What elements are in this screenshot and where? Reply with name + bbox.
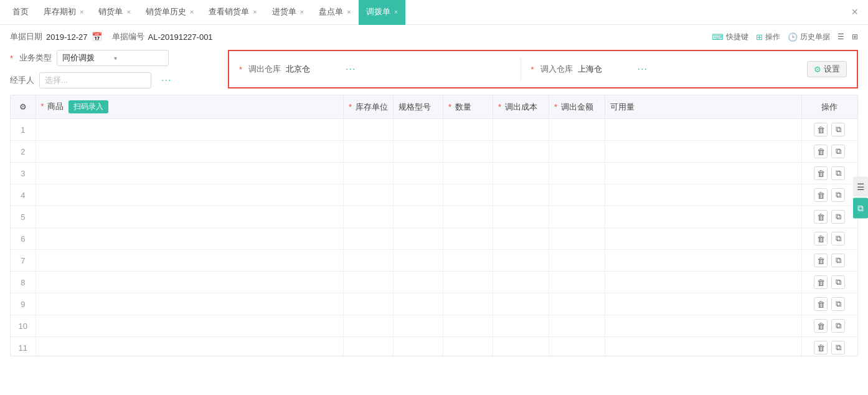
transfer-in-more-btn[interactable]: ··· xyxy=(638,64,648,75)
copy-row-2-btn[interactable]: ⧉ xyxy=(831,145,845,158)
row-cost-7[interactable] xyxy=(493,250,549,272)
copy-row-8-btn[interactable]: ⧉ xyxy=(831,275,845,289)
row-spec-7[interactable] xyxy=(393,250,443,272)
row-quantity-7[interactable] xyxy=(443,250,493,272)
row-product-2[interactable] xyxy=(35,141,343,163)
row-cost-10[interactable] xyxy=(493,315,549,337)
tab-sales-history[interactable]: 销货单历史 × xyxy=(138,0,201,25)
row-available-2[interactable] xyxy=(605,141,801,163)
handler-more-btn[interactable]: ··· xyxy=(161,75,171,86)
row-spec-3[interactable] xyxy=(393,163,443,184)
row-product-7[interactable] xyxy=(35,250,343,272)
row-spec-8[interactable] xyxy=(393,272,443,293)
row-amount-7[interactable] xyxy=(549,250,605,272)
row-available-3[interactable] xyxy=(605,163,801,184)
delete-row-1-btn[interactable]: 🗑 xyxy=(814,123,828,136)
row-available-7[interactable] xyxy=(605,250,801,272)
row-available-1[interactable] xyxy=(605,119,801,141)
row-cost-3[interactable] xyxy=(493,163,549,184)
row-amount-10[interactable] xyxy=(549,315,605,337)
row-product-6[interactable] xyxy=(35,228,343,250)
row-unit-6[interactable] xyxy=(343,228,393,250)
copy-row-9-btn[interactable]: ⧉ xyxy=(831,297,845,311)
row-available-9[interactable] xyxy=(605,293,801,315)
row-unit-4[interactable] xyxy=(343,184,393,206)
row-amount-5[interactable] xyxy=(549,206,605,228)
copy-row-11-btn[interactable]: ⧉ xyxy=(831,341,845,355)
row-product-10[interactable] xyxy=(35,315,343,337)
row-unit-2[interactable] xyxy=(343,141,393,163)
row-unit-8[interactable] xyxy=(343,272,393,293)
row-quantity-9[interactable] xyxy=(443,293,493,315)
row-cost-9[interactable] xyxy=(493,293,549,315)
settings-button[interactable]: ⚙ 设置 xyxy=(807,61,847,77)
row-product-8[interactable] xyxy=(35,272,343,293)
row-available-5[interactable] xyxy=(605,206,801,228)
delete-row-9-btn[interactable]: 🗑 xyxy=(814,297,828,311)
row-quantity-4[interactable] xyxy=(443,184,493,206)
row-product-3[interactable] xyxy=(35,163,343,184)
calendar-icon[interactable]: 📅 xyxy=(92,32,102,42)
tab-view-sales[interactable]: 查看销货单 × xyxy=(201,0,264,25)
row-unit-5[interactable] xyxy=(343,206,393,228)
row-unit-10[interactable] xyxy=(343,315,393,337)
row-amount-6[interactable] xyxy=(549,228,605,250)
table-settings-icon[interactable]: ⚙ xyxy=(19,102,27,112)
row-quantity-2[interactable] xyxy=(443,141,493,163)
row-available-11[interactable] xyxy=(605,337,801,357)
row-available-4[interactable] xyxy=(605,184,801,206)
row-available-10[interactable] xyxy=(605,315,801,337)
row-unit-7[interactable] xyxy=(343,250,393,272)
row-quantity-11[interactable] xyxy=(443,337,493,357)
tab-transfer-order-close[interactable]: × xyxy=(394,8,398,16)
row-product-4[interactable] xyxy=(35,184,343,206)
row-cost-1[interactable] xyxy=(493,119,549,141)
row-cost-2[interactable] xyxy=(493,141,549,163)
tab-view-sales-close[interactable]: × xyxy=(253,8,257,16)
delete-row-3-btn[interactable]: 🗑 xyxy=(814,166,828,180)
row-cost-6[interactable] xyxy=(493,228,549,250)
delete-row-4-btn[interactable]: 🗑 xyxy=(814,188,828,202)
float-external-btn[interactable]: ⧉ xyxy=(853,198,868,219)
copy-row-5-btn[interactable]: ⧉ xyxy=(831,210,845,224)
row-unit-9[interactable] xyxy=(343,293,393,315)
row-amount-1[interactable] xyxy=(549,119,605,141)
row-amount-2[interactable] xyxy=(549,141,605,163)
row-quantity-8[interactable] xyxy=(443,272,493,293)
row-unit-1[interactable] xyxy=(343,119,393,141)
copy-row-7-btn[interactable]: ⧉ xyxy=(831,254,845,267)
close-all-tabs[interactable]: × xyxy=(846,6,863,19)
delete-row-2-btn[interactable]: 🗑 xyxy=(814,145,828,158)
tab-inventory-check[interactable]: 盘点单 × xyxy=(311,0,358,25)
copy-row-1-btn[interactable]: ⧉ xyxy=(831,123,845,136)
shortcuts-btn[interactable]: ⌨ 快捷键 xyxy=(712,32,748,42)
tab-purchase-order-close[interactable]: × xyxy=(300,8,304,16)
row-quantity-10[interactable] xyxy=(443,315,493,337)
row-spec-2[interactable] xyxy=(393,141,443,163)
handler-select[interactable]: 选择... xyxy=(39,72,151,88)
copy-row-4-btn[interactable]: ⧉ xyxy=(831,188,845,202)
row-quantity-6[interactable] xyxy=(443,228,493,250)
row-quantity-5[interactable] xyxy=(443,206,493,228)
delete-row-11-btn[interactable]: 🗑 xyxy=(814,341,828,355)
delete-row-8-btn[interactable]: 🗑 xyxy=(814,275,828,289)
tab-transfer-order[interactable]: 调拨单 × xyxy=(359,0,405,25)
tab-inventory-init-close[interactable]: × xyxy=(80,8,83,16)
tab-inventory-check-close[interactable]: × xyxy=(347,8,351,16)
list-view-btn[interactable]: ☰ xyxy=(837,32,844,41)
row-amount-8[interactable] xyxy=(549,272,605,293)
row-spec-1[interactable] xyxy=(393,119,443,141)
tab-sales-history-close[interactable]: × xyxy=(190,8,194,16)
tab-home[interactable]: 首页 xyxy=(5,0,36,25)
row-product-11[interactable] xyxy=(35,337,343,357)
row-amount-11[interactable] xyxy=(549,337,605,357)
row-available-6[interactable] xyxy=(605,228,801,250)
tab-purchase-order[interactable]: 进货单 × xyxy=(265,0,311,25)
row-quantity-1[interactable] xyxy=(443,119,493,141)
row-product-1[interactable] xyxy=(35,119,343,141)
row-unit-3[interactable] xyxy=(343,163,393,184)
delete-row-6-btn[interactable]: 🗑 xyxy=(814,232,828,245)
row-spec-4[interactable] xyxy=(393,184,443,206)
row-spec-6[interactable] xyxy=(393,228,443,250)
row-cost-5[interactable] xyxy=(493,206,549,228)
